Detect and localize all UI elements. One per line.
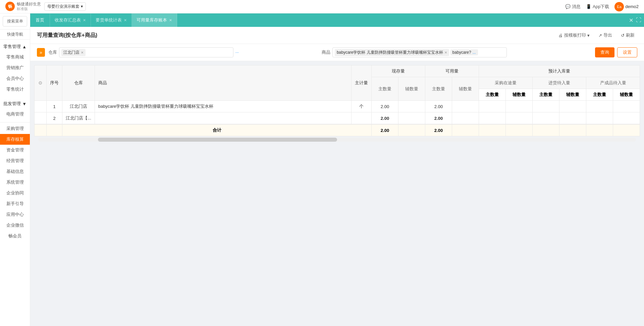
col-incoming-header: 进货待入量 <box>533 77 586 89</box>
cell-purchase-main-2 <box>479 112 506 125</box>
tab-order-stats[interactable]: 要货单统计表 ✕ <box>91 13 132 27</box>
chevron-down-icon: ▾ <box>587 33 590 38</box>
tab-bar: 首页 收发存汇总表 ✕ 要货单统计表 ✕ 可用量库存账本 ✕ ✕ ⛶ <box>30 13 644 27</box>
refresh-button[interactable]: ↺ 刷新 <box>618 31 637 40</box>
sidebar-item-inventory[interactable]: 库存核算 <box>0 134 30 145</box>
cell-settings-1 <box>35 101 47 112</box>
sidebar-item-basic-info[interactable]: 基础信息 <box>0 166 30 177</box>
tab-close-receive[interactable]: ✕ <box>83 18 86 22</box>
tab-available-inventory[interactable]: 可用量库存账本 ✕ <box>132 13 177 27</box>
cell-unit-2 <box>352 112 372 125</box>
sidebar-item-enterprise[interactable]: 企业协同 <box>0 188 30 198</box>
user-profile[interactable]: Ea demo2 <box>614 2 639 11</box>
filter-expand-button[interactable]: » <box>37 48 45 57</box>
cell-avail-aux-1 <box>452 101 479 112</box>
tab-close-order[interactable]: ✕ <box>124 18 127 22</box>
filter-more-btn[interactable]: ··· <box>235 50 239 55</box>
phone-icon: 📱 <box>586 4 591 9</box>
query-button[interactable]: 查询 <box>595 47 614 57</box>
divider-1 <box>0 122 30 123</box>
page-title: 可用量查询(按仓库+商品) <box>37 32 97 39</box>
top-bar-left: 畅 畅捷通好生意 标准版 母婴行业演示账套 ▾ <box>5 2 86 11</box>
sidebar-item-marketing[interactable]: 营销推广 <box>0 62 30 73</box>
cell-purchase-aux-1 <box>506 101 533 112</box>
tab-home[interactable]: 首页 <box>30 13 50 27</box>
cell-warehouse-1: 江北门店 <box>62 101 95 112</box>
sidebar-section-retail-header[interactable]: 零售管理 ▲ <box>0 42 30 52</box>
col-product-header: 产成品待入量 <box>586 77 640 89</box>
search-menu-button[interactable]: 搜索菜单 <box>3 16 27 27</box>
cell-avail-main-2: 2.00 <box>425 112 452 125</box>
maximize-icon[interactable]: ⛶ <box>636 17 641 23</box>
col-settings-header: ⚙ <box>35 65 47 101</box>
sidebar-item-purchase[interactable]: 采购管理 <box>0 123 30 134</box>
summary-settings <box>35 124 47 136</box>
app-download-button[interactable]: 📱 App下载 <box>586 4 609 10</box>
cell-warehouse-2: 江北门店【... <box>62 112 95 125</box>
sidebar-search-area: 搜索菜单 <box>0 13 30 30</box>
warehouse-tag-close-1[interactable]: ✕ <box>81 51 84 54</box>
summary-incoming-main <box>533 124 559 136</box>
cell-incoming-main-1 <box>533 101 559 112</box>
chevron-down-icon: ▾ <box>81 4 83 9</box>
logo-area: 畅 畅捷通好生意 标准版 <box>5 2 41 11</box>
main-layout: 搜索菜单 快捷导航 零售管理 ▲ 零售商城 营销推广 会员中心 零售统计 批发管… <box>0 13 644 326</box>
table-scrollbar[interactable] <box>38 138 636 142</box>
cell-avail-main-1: 2.00 <box>425 101 452 112</box>
cell-product-aux-1 <box>613 101 640 112</box>
sidebar-item-finance[interactable]: 资金管理 <box>0 145 30 155</box>
logo-icon: 畅 <box>5 2 15 11</box>
message-button[interactable]: 💬 消息 <box>565 4 581 10</box>
sidebar-item-retail-stats[interactable]: 零售统计 <box>0 84 30 95</box>
sidebar-quick-nav[interactable]: 快捷导航 <box>0 30 30 40</box>
sidebar-item-member-plus[interactable]: 畅会员 <box>0 231 30 241</box>
sidebar-item-system[interactable]: 系统管理 <box>0 177 30 188</box>
sidebar-item-wechat[interactable]: 企业微信 <box>0 220 30 231</box>
filter-bar: » 仓库 江北门店 ✕ ··· 商品 babycare学饮 <box>30 44 644 61</box>
sidebar-section-wholesale-header[interactable]: 批发管理 ▼ <box>0 99 30 109</box>
tab-receive-summary[interactable]: 收发存汇总表 ✕ <box>50 13 91 27</box>
tab-close-available[interactable]: ✕ <box>169 18 172 22</box>
col-purchase-main-header: 主数量 <box>479 89 506 101</box>
export-button[interactable]: ↗ 导出 <box>596 31 615 40</box>
summary-label: 合计 <box>62 124 372 136</box>
goods-label: 商品 <box>322 49 330 55</box>
sidebar-item-retail-mall[interactable]: 零售商城 <box>0 52 30 62</box>
tenant-selector[interactable]: 母婴行业演示账套 ▾ <box>44 2 86 11</box>
col-purchase-transit-header: 采购在途量 <box>479 77 533 89</box>
close-window-icon[interactable]: ✕ <box>629 17 633 24</box>
print-template-button[interactable]: 🖨 按模板打印 ▾ <box>556 31 592 40</box>
cell-goods-2 <box>95 112 351 125</box>
cell-avail-aux-2 <box>452 112 479 125</box>
summary-avail-aux <box>452 124 479 136</box>
col-warehouse-header: 仓库 <box>62 65 95 101</box>
sidebar-item-operation[interactable]: 经营管理 <box>0 155 30 166</box>
sidebar-item-guide[interactable]: 新手引导 <box>0 198 30 209</box>
cell-incoming-aux-1 <box>559 101 586 112</box>
cell-purchase-main-1 <box>479 101 506 112</box>
sidebar-item-app-center[interactable]: 应用中心 <box>0 209 30 220</box>
summary-stock-aux <box>398 124 425 136</box>
col-available-header: 可用量 <box>425 65 479 77</box>
refresh-icon: ↺ <box>621 33 625 38</box>
col-stock-main-header: 主数量 <box>372 77 398 101</box>
goods-input[interactable]: babycare学饮杯 儿童防摔防撞吸管杯重力球吸嘴杯宝宝水杯 ✕ babyca… <box>332 47 507 57</box>
col-product-aux-header: 辅数量 <box>613 89 640 101</box>
col-stock-aux-header: 辅数量 <box>398 77 425 101</box>
cell-no-1: 1 <box>47 101 62 112</box>
summary-avail-main: 2.00 <box>425 124 452 136</box>
page-header: 可用量查询(按仓库+商品) 🖨 按模板打印 ▾ ↗ 导出 ↺ 刷新 <box>30 27 644 44</box>
warehouse-input[interactable]: 江北门店 ✕ <box>59 47 233 57</box>
goods-tag-2: babycare? ... <box>450 49 478 55</box>
sidebar-section-wholesale: 批发管理 ▼ 电商管理 <box>0 97 30 122</box>
sidebar-item-member[interactable]: 会员中心 <box>0 73 30 84</box>
settings-icon[interactable]: ⚙ <box>38 80 43 86</box>
col-goods-header: 商品 <box>95 65 351 101</box>
export-icon: ↗ <box>598 33 602 38</box>
col-unit-header: 主计量 <box>352 65 372 101</box>
setting-button[interactable]: 设置 <box>617 47 637 57</box>
cell-unit-1: 个 <box>352 101 372 112</box>
sidebar-item-ecommerce[interactable]: 电商管理 <box>0 109 30 120</box>
user-name: demo2 <box>625 4 639 9</box>
goods-tag-close-1[interactable]: ✕ <box>444 51 447 54</box>
